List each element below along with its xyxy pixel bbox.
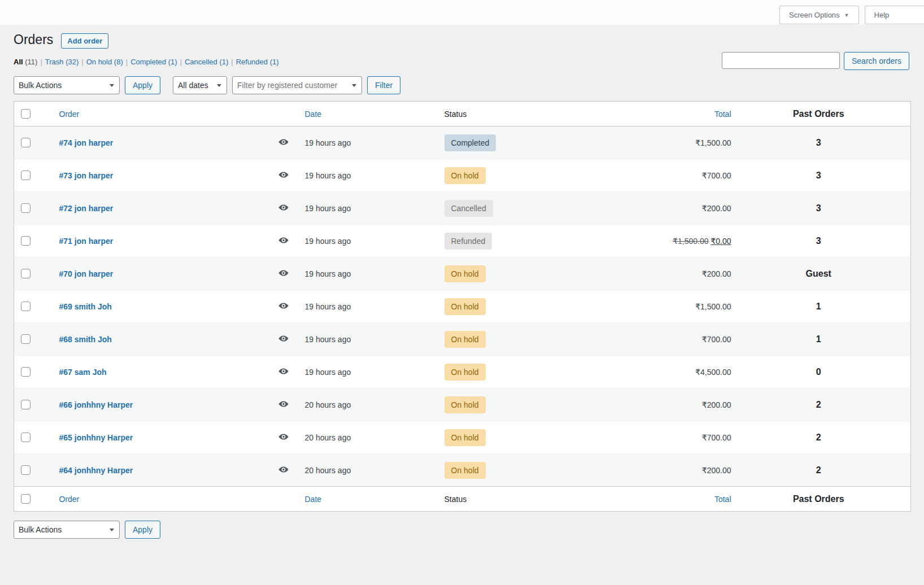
order-row: #68 smith Joh19 hours agoOn hold₹700.001 [14, 323, 911, 356]
view-label: All [14, 58, 23, 66]
order-link[interactable]: #66 jonhhny Harper [59, 400, 133, 409]
past-orders-count: 3 [816, 236, 821, 246]
sort-order-header-footer[interactable]: Order [59, 495, 80, 504]
order-row: #67 sam Joh19 hours agoOn hold₹4,500.000 [14, 356, 911, 388]
sort-total-header[interactable]: Total [714, 110, 731, 119]
past-orders-header-footer: Past Orders [793, 494, 844, 504]
screen-options-button[interactable]: Screen Options ▼ [779, 6, 859, 24]
preview-eye-icon[interactable] [278, 237, 289, 244]
row-select-checkbox[interactable] [21, 171, 30, 180]
row-select-checkbox[interactable] [21, 203, 30, 213]
top-toolbar: Bulk Actions Apply All dates Filter by r… [14, 76, 910, 94]
help-button[interactable]: Help [865, 6, 924, 24]
preview-eye-icon[interactable] [278, 368, 289, 375]
sort-date-header-footer[interactable]: Date [305, 495, 322, 504]
order-link[interactable]: #71 jon harper [59, 237, 114, 246]
preview-eye-icon[interactable] [278, 466, 289, 473]
bulk-actions-select-bottom[interactable]: Bulk Actions [14, 521, 120, 539]
add-order-button[interactable]: Add order [61, 33, 108, 49]
dates-filter-select[interactable]: All dates [173, 76, 227, 94]
view-filter-on-hold[interactable]: On hold (8) [86, 58, 123, 66]
preview-eye-icon[interactable] [278, 171, 289, 178]
order-date: 19 hours ago [305, 237, 351, 246]
row-select-checkbox[interactable] [21, 269, 30, 278]
view-count: (1) [270, 58, 279, 66]
customer-filter-select[interactable]: Filter by registered customer [232, 76, 362, 94]
status-header: Status [444, 110, 467, 119]
orders-table: Order Date Status Total Past Orders #74 … [14, 101, 911, 512]
order-total: ₹1,500.00 [695, 138, 731, 147]
bottom-toolbar: Bulk Actions Apply [14, 521, 910, 539]
order-row: #71 jon harper19 hours agoRefunded₹1,500… [14, 225, 911, 257]
preview-eye-icon[interactable] [278, 433, 289, 440]
row-select-checkbox[interactable] [21, 138, 30, 147]
order-link[interactable]: #67 sam Joh [59, 368, 107, 377]
order-row: #72 jon harper19 hours agoCancelled₹200.… [14, 192, 911, 225]
views-separator: | [81, 58, 83, 66]
view-filter-all[interactable]: All (11) [14, 58, 37, 66]
order-total: ₹1,500.00 [695, 302, 731, 311]
view-filter-refunded[interactable]: Refunded (1) [236, 58, 279, 66]
filter-button[interactable]: Filter [367, 76, 400, 94]
order-link[interactable]: #64 jonhhny Harper [59, 466, 133, 475]
bulk-actions-select[interactable]: Bulk Actions [14, 76, 120, 94]
order-link[interactable]: #69 smith Joh [59, 302, 112, 311]
preview-eye-icon[interactable] [278, 302, 289, 309]
order-date: 19 hours ago [305, 204, 351, 213]
order-link[interactable]: #72 jon harper [59, 204, 114, 213]
preview-eye-icon[interactable] [278, 335, 289, 342]
row-select-checkbox[interactable] [21, 236, 30, 246]
order-total: ₹200.00 [702, 400, 731, 409]
total-refunded: ₹0.00 [711, 237, 731, 246]
sort-total-header-footer[interactable]: Total [714, 495, 731, 504]
views-separator: | [231, 58, 233, 66]
status-badge: Cancelled [444, 200, 493, 217]
past-orders-count: 3 [816, 171, 821, 180]
apply-button-bottom[interactable]: Apply [125, 521, 160, 539]
order-row: #65 jonhhny Harper20 hours agoOn hold₹70… [14, 421, 911, 454]
order-link[interactable]: #70 jon harper [59, 269, 114, 278]
order-link[interactable]: #68 smith Joh [59, 335, 112, 344]
page-header: Orders Add order [14, 32, 910, 49]
search-area: Search orders [722, 52, 909, 70]
row-select-checkbox[interactable] [21, 302, 30, 311]
preview-eye-icon[interactable] [278, 138, 289, 146]
order-row: #74 jon harper19 hours agoCompleted₹1,50… [14, 126, 911, 159]
status-badge: On hold [444, 265, 486, 282]
apply-button[interactable]: Apply [125, 76, 160, 94]
row-select-checkbox[interactable] [21, 367, 30, 377]
row-select-checkbox[interactable] [21, 400, 30, 409]
order-total: ₹200.00 [702, 204, 731, 213]
status-badge: On hold [444, 167, 486, 184]
order-date: 19 hours ago [305, 368, 351, 377]
select-all-checkbox-footer[interactable] [21, 494, 30, 504]
past-orders-count: 1 [816, 302, 821, 311]
view-filter-completed[interactable]: Completed (1) [130, 58, 177, 66]
bulk-actions-select-wrap: Bulk Actions [14, 76, 120, 94]
row-select-checkbox[interactable] [21, 433, 30, 442]
row-select-checkbox[interactable] [21, 334, 30, 344]
view-label: On hold [86, 58, 112, 66]
view-filter-trash[interactable]: Trash (32) [45, 58, 79, 66]
bulk-actions-select-wrap-bottom: Bulk Actions [14, 521, 120, 539]
order-link[interactable]: #73 jon harper [59, 171, 114, 180]
status-badge: On hold [444, 298, 486, 315]
past-orders-count: 1 [816, 334, 821, 344]
row-select-checkbox[interactable] [21, 465, 30, 475]
search-orders-button[interactable]: Search orders [844, 52, 909, 70]
order-link[interactable]: #74 jon harper [59, 138, 114, 147]
preview-eye-icon[interactable] [278, 204, 289, 211]
preview-eye-icon[interactable] [278, 400, 289, 408]
status-header-footer: Status [444, 495, 467, 504]
select-all-checkbox[interactable] [21, 109, 30, 119]
order-row: #64 jonhhny Harper20 hours agoOn hold₹20… [14, 454, 911, 487]
order-link[interactable]: #65 jonhhny Harper [59, 433, 133, 442]
sort-date-header[interactable]: Date [305, 110, 322, 119]
preview-eye-icon[interactable] [278, 269, 289, 277]
order-date: 19 hours ago [305, 269, 351, 278]
views-separator: | [126, 58, 128, 66]
sort-order-header[interactable]: Order [59, 110, 80, 119]
view-filter-cancelled[interactable]: Cancelled (1) [185, 58, 228, 66]
search-input[interactable] [722, 52, 840, 69]
screen-options-label: Screen Options [789, 11, 840, 19]
